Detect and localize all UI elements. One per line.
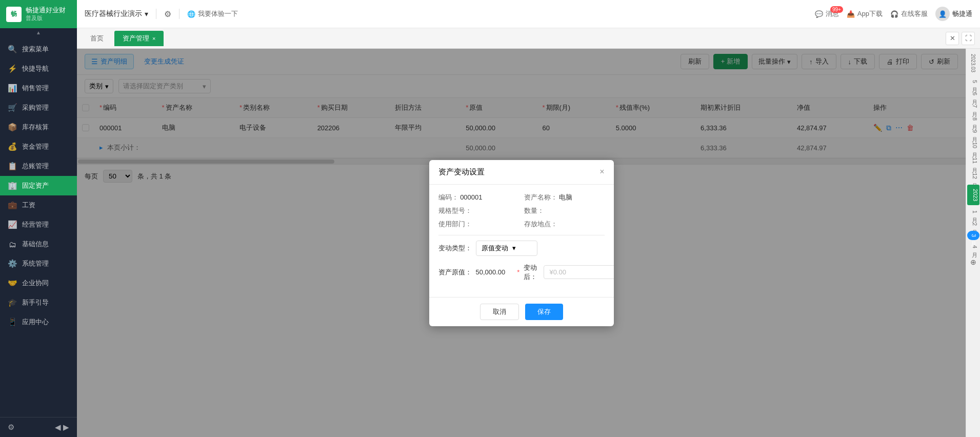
tab-close-icon[interactable]: ×: [152, 35, 155, 42]
user-menu[interactable]: 👤 畅捷通: [935, 7, 972, 21]
modal-asset-name-value: 电脑: [559, 193, 572, 201]
download-icon: 📥: [847, 10, 855, 18]
sidebar-item-quicknav-label: 快捷导航: [22, 64, 49, 73]
modal-divider: [438, 235, 605, 235]
sidebar-item-inventory-label: 库存核算: [22, 123, 49, 132]
modal-department-label: 使用部门：: [438, 220, 472, 228]
experience-button[interactable]: 🌐 我要体验一下: [187, 9, 238, 18]
right-sidebar-item-2[interactable]: 2月: [967, 218, 979, 230]
topbar: 医疗器械行业演示 ▾ ⚙ 🌐 我要体验一下 💬 消息 99+ 📥 App下载 🎧…: [77, 0, 980, 28]
sidebar-item-base[interactable]: 🗂 基础信息: [0, 234, 77, 254]
right-sidebar-item-9[interactable]: 9月: [967, 126, 979, 137]
search-icon: 🔍: [8, 45, 17, 54]
tabbar: 首页 资产管理 × ✕ ⛶: [77, 28, 980, 49]
sidebar-item-enterprise[interactable]: 🤝 企业协同: [0, 273, 77, 293]
sidebar-item-guide[interactable]: 🎓 新手引导: [0, 293, 77, 312]
app-title: 畅捷通好业财: [26, 6, 66, 15]
sidebar-header: 畅 畅捷通好业财 普及版: [0, 0, 77, 28]
right-sidebar-item-11[interactable]: 11月: [967, 153, 979, 168]
modal-code: 编码： 000001: [438, 193, 519, 202]
app-title-group: 畅捷通好业财 普及版: [26, 6, 66, 23]
sidebar-item-sales[interactable]: 📊 销售管理: [0, 78, 77, 98]
sidebar-item-operations-label: 经营管理: [22, 220, 49, 229]
right-sidebar-item-3[interactable]: 3月: [967, 231, 979, 240]
online-service-button[interactable]: 🎧 在线客服: [890, 9, 928, 18]
sidebar-scroll-up[interactable]: ▲: [0, 28, 77, 37]
modal-change-type-field: 变动类型： 原值变动 ▾: [438, 241, 605, 256]
right-sidebar-item-10[interactable]: 10月: [967, 138, 979, 152]
modal-original-value-field: 资产原值： 50,000.00 * 变动后：: [438, 263, 605, 282]
right-sidebar-item-1[interactable]: 1月: [967, 206, 979, 217]
right-sidebar-expand[interactable]: ⊕: [967, 254, 979, 270]
right-sidebar-item-6[interactable]: 6月: [967, 88, 979, 100]
sidebar-item-search[interactable]: 🔍 搜索菜单: [0, 39, 77, 59]
right-sidebar-item-4[interactable]: 4月: [967, 241, 979, 252]
company-selector[interactable]: 医疗器械行业演示 ▾: [85, 9, 148, 18]
sidebar-item-operations[interactable]: 📈 经营管理: [0, 215, 77, 234]
sidebar-item-ledger[interactable]: 📋 总账管理: [0, 156, 77, 176]
app-download-button[interactable]: 📥 App下载: [847, 9, 883, 18]
modal-change-type-value: 原值变动: [482, 244, 508, 253]
sidebar-item-inventory[interactable]: 📦 库存核算: [0, 117, 77, 137]
modal-change-type-select[interactable]: 原值变动 ▾: [476, 241, 537, 256]
modal-quantity-label: 数量：: [524, 207, 544, 214]
right-sidebar: 2023.03 5月 6月 7月 8月 9月 10月 11月 12月 2023 …: [966, 49, 980, 437]
modal-change-type-label: 变动类型：: [438, 244, 472, 253]
after-change-input[interactable]: [544, 265, 613, 279]
ledger-icon: 📋: [8, 162, 17, 171]
app-subtitle: 普及版: [26, 14, 66, 22]
settings-icon[interactable]: ⚙: [8, 423, 14, 432]
modal-footer: 取消 保存: [429, 297, 614, 326]
save-button[interactable]: 保存: [525, 304, 563, 320]
message-icon: 💬: [815, 10, 823, 18]
topbar-divider-2: [179, 9, 179, 19]
modal-title: 资产变动设置: [438, 167, 485, 177]
modal-code-label: 编码：: [438, 193, 458, 201]
required-mark: *: [517, 268, 519, 276]
modal-header: 资产变动设置 ×: [429, 160, 614, 185]
user-name: 畅捷通: [952, 9, 972, 18]
right-sidebar-item-7[interactable]: 7月: [967, 101, 979, 112]
experience-icon: 🌐: [187, 10, 195, 18]
sidebar-item-assets[interactable]: 🏢 固定资产: [0, 176, 77, 195]
after-change-label: 变动后：: [524, 263, 537, 282]
tab-expand-button[interactable]: ⛶: [962, 32, 975, 45]
sidebar-item-appstore-label: 应用中心: [22, 317, 49, 327]
sidebar-item-system[interactable]: ⚙️ 系统管理: [0, 254, 77, 273]
app-download-label: App下载: [857, 9, 883, 18]
tab-close-button[interactable]: ✕: [946, 32, 959, 45]
app-logo: 畅: [6, 7, 22, 22]
right-sidebar-item-5[interactable]: 5月: [967, 76, 979, 87]
enterprise-icon: 🤝: [8, 279, 17, 288]
settings-button[interactable]: ⚙: [164, 9, 171, 19]
sidebar-nav: 🔍 搜索菜单 ⚡ 快捷导航 📊 销售管理 🛒 采购管理 📦 库存核算 💰 资金管…: [0, 37, 77, 417]
modal-close-icon[interactable]: ×: [599, 167, 604, 176]
sidebar-item-appstore[interactable]: 📱 应用中心: [0, 312, 77, 332]
tab-home[interactable]: 首页: [82, 31, 112, 46]
cancel-button[interactable]: 取消: [480, 304, 519, 320]
modal-body: 编码： 000001 资产名称： 电脑 规格型号：: [429, 185, 614, 297]
right-sidebar-item-12[interactable]: 12月: [967, 169, 979, 183]
modal-asset-name-label: 资产名称：: [524, 193, 557, 201]
tab-asset-management[interactable]: 资产管理 ×: [114, 31, 164, 46]
change-type-dropdown-icon: ▾: [512, 244, 516, 252]
tab-asset-label: 资产管理: [123, 34, 149, 43]
sidebar-item-finance[interactable]: 💰 资金管理: [0, 137, 77, 156]
messages-button[interactable]: 💬 消息 99+: [815, 9, 839, 18]
sidebar-item-finance-label: 资金管理: [22, 142, 49, 151]
modal-spec-label: 规格型号：: [438, 207, 472, 214]
sidebar-item-purchase[interactable]: 🛒 采购管理: [0, 98, 77, 117]
system-icon: ⚙️: [8, 259, 17, 268]
purchase-icon: 🛒: [8, 103, 17, 112]
topbar-divider-1: [156, 9, 156, 19]
sidebar-item-quicknav[interactable]: ⚡ 快捷导航: [0, 59, 77, 78]
collapse-icon[interactable]: ◀ ▶: [55, 423, 69, 432]
right-sidebar-year[interactable]: 2023: [967, 185, 979, 205]
payroll-icon: 💼: [8, 201, 17, 210]
modal-location: 存放地点：: [524, 220, 605, 229]
right-sidebar-item-8[interactable]: 8月: [967, 113, 979, 125]
asset-change-modal: 资产变动设置 × 编码： 000001 资产名称： 电脑: [429, 160, 614, 326]
sidebar-item-system-label: 系统管理: [22, 259, 49, 268]
sidebar-item-assets-label: 固定资产: [22, 181, 49, 190]
sidebar-item-payroll[interactable]: 💼 工资: [0, 195, 77, 215]
